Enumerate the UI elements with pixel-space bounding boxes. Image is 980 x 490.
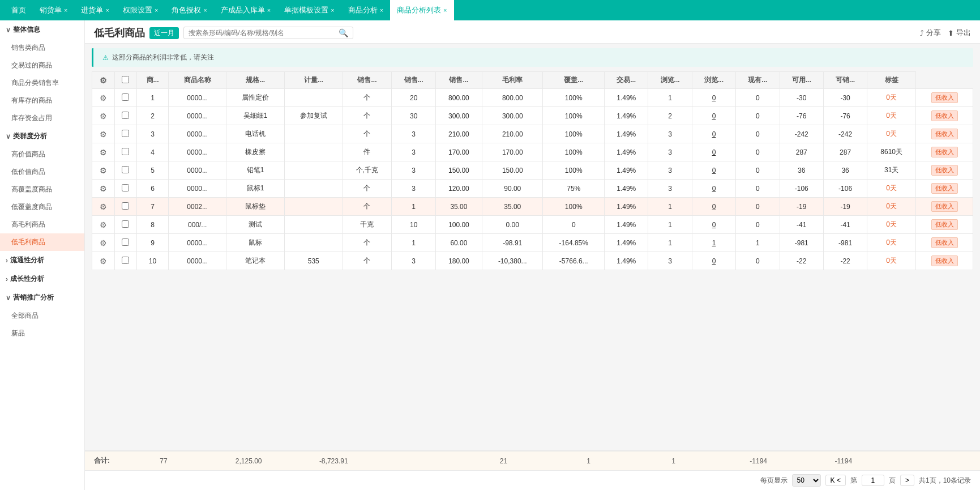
row-checkbox[interactable] xyxy=(114,107,137,125)
nav-roles[interactable]: 角色授权 × xyxy=(165,0,213,20)
page-number-input[interactable] xyxy=(862,475,884,486)
sidebar-item-sales-products[interactable]: 销售类商品 xyxy=(0,39,84,57)
row-browse1[interactable]: 0 xyxy=(692,107,735,125)
prev-page-button[interactable]: K < xyxy=(825,475,846,486)
period-button[interactable]: 近一月 xyxy=(149,27,179,39)
row-gear[interactable]: ⚙ xyxy=(92,161,115,180)
row-checkbox[interactable] xyxy=(114,198,137,216)
row-select-checkbox[interactable] xyxy=(122,238,129,246)
row-select-checkbox[interactable] xyxy=(122,130,129,137)
row-browse1[interactable]: 0 xyxy=(692,252,735,270)
row-browse1[interactable]: 0 xyxy=(692,161,735,180)
close-icon[interactable]: × xyxy=(267,7,271,14)
row-browse1[interactable]: 0 xyxy=(692,180,735,198)
col-browse1: 浏览... xyxy=(648,72,692,89)
close-icon[interactable]: × xyxy=(203,7,207,14)
row-gear[interactable]: ⚙ xyxy=(92,180,115,198)
next-page-button[interactable]: > xyxy=(900,475,914,486)
row-gear[interactable]: ⚙ xyxy=(92,252,115,270)
search-icon[interactable]: 🔍 xyxy=(339,28,348,37)
row-cover-rate: 1.49% xyxy=(605,198,648,216)
checkbox-col-header[interactable] xyxy=(114,72,137,89)
row-stock-now: -76 xyxy=(780,107,823,125)
sidebar-group-marketing[interactable]: ∨ 营销推广分析 xyxy=(0,288,84,307)
row-checkbox[interactable] xyxy=(114,234,137,252)
close-icon[interactable]: × xyxy=(331,7,334,14)
sidebar-item-all-products[interactable]: 全部商品 xyxy=(0,307,84,325)
nav-analysis[interactable]: 商品分析 × xyxy=(341,0,390,20)
row-gear[interactable]: ⚙ xyxy=(92,143,115,161)
row-checkbox[interactable] xyxy=(114,216,137,234)
row-select-checkbox[interactable] xyxy=(122,202,129,210)
row-select-checkbox[interactable] xyxy=(122,184,129,191)
row-select-checkbox[interactable] xyxy=(122,148,129,155)
row-gear[interactable]: ⚙ xyxy=(92,89,115,107)
sidebar-item-high-coverage[interactable]: 高覆盖度商品 xyxy=(0,181,84,198)
sidebar-item-high-margin[interactable]: 高毛利商品 xyxy=(0,216,84,233)
row-checkbox[interactable] xyxy=(114,180,137,198)
share-button[interactable]: ⤴ 分享 xyxy=(920,28,941,38)
close-icon[interactable]: × xyxy=(64,7,67,14)
row-select-checkbox[interactable] xyxy=(122,166,129,173)
sidebar-item-low-margin[interactable]: 低毛利商品 xyxy=(0,233,84,251)
row-gear[interactable]: ⚙ xyxy=(92,125,115,143)
sidebar-item-capital[interactable]: 库存资金占用 xyxy=(0,109,84,127)
row-saleable: 0天 xyxy=(867,198,916,216)
row-browse1[interactable]: 0 xyxy=(692,143,735,161)
row-trade: 3 xyxy=(648,161,692,180)
row-checkbox[interactable] xyxy=(114,161,137,180)
per-page-select[interactable]: 50 100 200 xyxy=(792,474,821,487)
row-select-checkbox[interactable] xyxy=(122,257,129,264)
sidebar-group-cluster[interactable]: ∨ 类群度分析 xyxy=(0,127,84,146)
row-browse2: 0 xyxy=(736,252,780,270)
select-all-checkbox[interactable] xyxy=(122,76,129,83)
row-checkbox[interactable] xyxy=(114,143,137,161)
nav-purchase[interactable]: 进货单 × xyxy=(74,0,115,20)
sidebar-item-high-value[interactable]: 高价值商品 xyxy=(0,146,84,163)
row-checkbox[interactable] xyxy=(114,89,137,107)
row-browse1[interactable]: 1 xyxy=(692,234,735,252)
nav-permissions[interactable]: 权限设置 × xyxy=(116,0,165,20)
content-area: 低毛利商品 近一月 🔍 ⤴ 分享 ⬆ 导出 ⚠ 这部分商品的利润非常低，请关注 xyxy=(85,20,980,490)
pagination-bar: 每页显示 50 100 200 K < 第 页 > 共1页，10条记录 xyxy=(85,470,980,490)
sidebar-item-category-rate[interactable]: 商品分类销售率 xyxy=(0,74,84,92)
sidebar-group-growth[interactable]: › 成长性分析 xyxy=(0,270,84,288)
sidebar-group-overall[interactable]: ∨ 整体信息 xyxy=(0,20,84,39)
row-unit: 件 xyxy=(343,143,392,161)
nav-analysis-list[interactable]: 商品分析列表 × xyxy=(390,0,453,20)
row-checkbox[interactable] xyxy=(114,125,137,143)
row-browse1[interactable]: 0 xyxy=(692,216,735,234)
sidebar-item-new-products[interactable]: 新品 xyxy=(0,325,84,342)
row-select-checkbox[interactable] xyxy=(122,220,129,228)
row-select-checkbox[interactable] xyxy=(122,112,129,119)
row-select-checkbox[interactable] xyxy=(122,93,129,101)
sidebar-group-flow[interactable]: › 流通性分析 xyxy=(0,251,84,270)
close-icon[interactable]: × xyxy=(380,7,383,14)
sidebar-item-traded-products[interactable]: 交易过的商品 xyxy=(0,57,84,74)
sidebar-item-in-stock[interactable]: 有库存的商品 xyxy=(0,92,84,109)
nav-products[interactable]: 产成品入库单 × xyxy=(214,0,277,20)
row-gross-rate: -164.85% xyxy=(543,234,605,252)
nav-home[interactable]: 首页 xyxy=(5,0,33,20)
nav-template[interactable]: 单据模板设置 × xyxy=(277,0,341,20)
row-browse1[interactable]: 0 xyxy=(692,125,735,143)
row-gross-rate: 100% xyxy=(543,143,605,161)
sidebar-item-low-value[interactable]: 低价值商品 xyxy=(0,163,84,181)
row-checkbox[interactable] xyxy=(114,252,137,270)
row-gear[interactable]: ⚙ xyxy=(92,216,115,234)
row-browse1[interactable]: 0 xyxy=(692,198,735,216)
row-gear[interactable]: ⚙ xyxy=(92,198,115,216)
search-input[interactable] xyxy=(189,29,339,37)
gear-col-header[interactable]: ⚙ xyxy=(92,72,115,89)
sidebar-item-low-coverage[interactable]: 低覆盖度商品 xyxy=(0,198,84,216)
nav-sales[interactable]: 销货单 × xyxy=(33,0,74,20)
row-gear[interactable]: ⚙ xyxy=(92,234,115,252)
row-sales-qty: 3 xyxy=(392,252,435,270)
close-icon[interactable]: × xyxy=(155,7,158,14)
row-gear[interactable]: ⚙ xyxy=(92,107,115,125)
row-cover-rate: 1.49% xyxy=(605,252,648,270)
close-icon[interactable]: × xyxy=(105,7,109,14)
close-icon[interactable]: × xyxy=(443,7,447,14)
row-browse1[interactable]: 0 xyxy=(692,89,735,107)
export-button[interactable]: ⬆ 导出 xyxy=(948,28,971,38)
